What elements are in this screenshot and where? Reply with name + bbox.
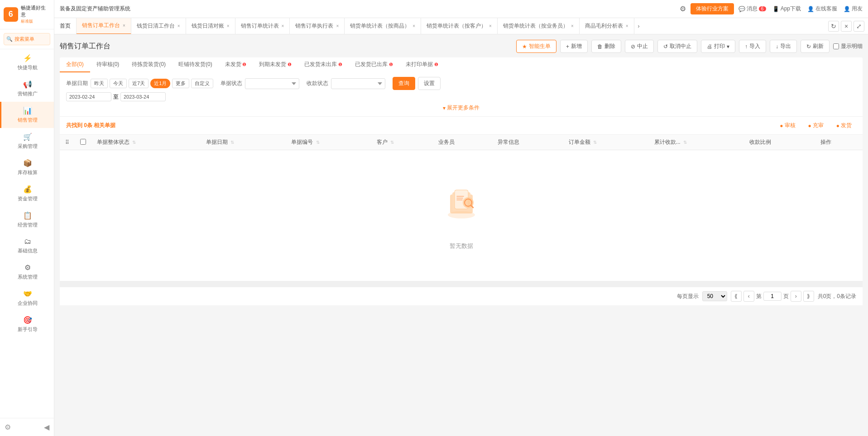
horizontal-scrollbar[interactable] bbox=[60, 281, 863, 287]
collapse-icon[interactable]: ◀ bbox=[44, 423, 49, 431]
refresh-button[interactable]: ↻ 刷新 bbox=[801, 40, 830, 53]
date-btn-近7天[interactable]: 近7天 bbox=[129, 79, 149, 88]
unreviewed-button[interactable]: ● 充审 bbox=[804, 120, 828, 131]
tab-refresh-button[interactable]: ↻ bbox=[828, 21, 839, 32]
sidebar-item-enterprise[interactable]: 🤝企业协同 bbox=[0, 285, 54, 311]
smart-create-button[interactable]: ★ 智能生单 bbox=[516, 40, 556, 53]
tab-close-sales-workbench[interactable]: × bbox=[123, 23, 125, 28]
sidebar-item-operations[interactable]: 📋经营管理 bbox=[0, 207, 54, 233]
tab-more-button[interactable]: › bbox=[634, 18, 643, 34]
filter-tab-label-all: 全部(0) bbox=[66, 61, 84, 67]
sidebar-item-purchase[interactable]: 🛒采购管理 bbox=[0, 128, 54, 154]
tab-cash-reconcile[interactable]: 钱货日清对账× bbox=[186, 18, 235, 34]
tab-label-sales-workbench: 销售订单工作台 bbox=[82, 22, 120, 29]
date-to-input[interactable] bbox=[120, 92, 166, 101]
date-btn-更多[interactable]: 更多 bbox=[172, 79, 189, 88]
sidebar-item-guide[interactable]: 🎯新手引导 bbox=[0, 311, 54, 337]
cancel-stop-button[interactable]: ↺ 取消中止 bbox=[657, 40, 697, 53]
settings-bottom-icon[interactable]: ⚙ bbox=[5, 423, 11, 431]
date-btn-自定义[interactable]: 自定义 bbox=[191, 79, 213, 88]
tab-sales-workbench[interactable]: 销售订单工作台× bbox=[77, 18, 131, 34]
tab-label-cash-reconcile: 钱货日清对账 bbox=[192, 22, 224, 30]
sidebar-item-sales[interactable]: 📊销售管理 bbox=[0, 102, 54, 128]
filter-tab-not-printed[interactable]: 未打印单据 ❶ bbox=[399, 57, 445, 72]
stop-button[interactable]: ⊘ 中止 bbox=[625, 40, 654, 53]
add-button[interactable]: + 新增 bbox=[560, 40, 588, 53]
tab-maximize-button[interactable]: ⤢ bbox=[854, 21, 864, 32]
filter-tab-shipped-out[interactable]: 已发货已出库 ❶ bbox=[349, 57, 399, 72]
tab-close-sales-by-product[interactable]: × bbox=[412, 24, 415, 28]
filter-tab-wangpu-pending[interactable]: 旺铺待发货(0) bbox=[172, 57, 219, 72]
online-service-button[interactable]: 👤 在线客服 bbox=[807, 5, 837, 13]
date-btn-今天[interactable]: 今天 bbox=[110, 79, 127, 88]
tab-close-sales-by-staff[interactable]: × bbox=[571, 24, 574, 28]
export-button[interactable]: ↓ 导出 bbox=[770, 40, 797, 53]
tab-close-all-button[interactable]: × bbox=[841, 21, 852, 32]
sidebar-item-system[interactable]: ⚙系统管理 bbox=[0, 259, 54, 285]
delete-button[interactable]: 🗑 删除 bbox=[591, 40, 621, 53]
th-collected[interactable]: 累计收款... ⇅ bbox=[649, 135, 744, 150]
last-page-button[interactable]: ⟫ bbox=[803, 291, 814, 302]
tab-sales-stats[interactable]: 销售订单统计表× bbox=[235, 18, 290, 34]
status-select[interactable] bbox=[245, 78, 299, 89]
filter-tab-overdue-ship[interactable]: 到期未发货 ❶ bbox=[253, 57, 298, 72]
app-download-button[interactable]: 📱 App下载 bbox=[772, 5, 801, 13]
filter-tab-shipped-not-out[interactable]: 已发货未出库 ❶ bbox=[298, 57, 349, 72]
th-checkbox[interactable] bbox=[75, 135, 91, 150]
filter-tab-all[interactable]: 全部(0) bbox=[60, 57, 90, 72]
page-number-input[interactable] bbox=[763, 292, 782, 301]
th-status[interactable]: 单据整体状态 ⇅ bbox=[91, 135, 201, 150]
th-number[interactable]: 单据编号 ⇅ bbox=[286, 135, 371, 150]
tab-close-gross-margin[interactable]: × bbox=[626, 24, 628, 28]
tab-close-cash-reconcile[interactable]: × bbox=[227, 24, 230, 28]
sidebar-item-basic[interactable]: 🗂基础信息 bbox=[0, 233, 54, 259]
expand-conditions-button[interactable]: ▾ 展开更多条件 bbox=[443, 104, 480, 112]
show-detail-checkbox[interactable] bbox=[833, 43, 839, 49]
tab-home[interactable]: 首页 bbox=[54, 18, 77, 34]
th-date[interactable]: 单据日期 ⇅ bbox=[201, 135, 286, 150]
tab-close-sales-by-customer[interactable]: × bbox=[489, 24, 492, 28]
setup-button[interactable]: 设置 bbox=[418, 77, 441, 90]
next-page-button[interactable]: › bbox=[791, 291, 801, 302]
filter-tabs: 全部(0)待审核(0)待拣货装货(0)旺铺待发货(0)未发货 ❶到期未发货 ❶已… bbox=[60, 57, 863, 72]
sidebar-item-inventory[interactable]: 📦库存核算 bbox=[0, 154, 54, 180]
query-button[interactable]: 查询 bbox=[393, 77, 415, 90]
filter-tab-pending-inspection[interactable]: 待拣货装货(0) bbox=[125, 57, 172, 72]
filter-tab-not-shipped[interactable]: 未发货 ❶ bbox=[219, 57, 253, 72]
industry-solution-button[interactable]: 体验行业方案 bbox=[691, 3, 734, 14]
badge-shipped-not-out: ❶ bbox=[337, 62, 342, 67]
tab-sales-exec[interactable]: 销售订单执行表× bbox=[290, 18, 345, 34]
select-all-checkbox[interactable] bbox=[80, 139, 86, 145]
tab-close-sales-stats[interactable]: × bbox=[282, 24, 284, 28]
user-button[interactable]: 👤 用友 bbox=[844, 5, 863, 13]
first-page-button[interactable]: ⟪ bbox=[731, 291, 742, 302]
tab-sales-by-product[interactable]: 销货单统计表（按商品）× bbox=[345, 18, 421, 34]
sidebar-item-finance[interactable]: 💰资金管理 bbox=[0, 180, 54, 207]
th-amount[interactable]: 订单金额 ⇅ bbox=[563, 135, 649, 150]
tab-close-sales-exec[interactable]: × bbox=[336, 24, 339, 28]
print-button[interactable]: 🖨 打印 ▾ bbox=[701, 40, 735, 53]
prev-page-button[interactable]: ‹ bbox=[743, 291, 754, 302]
sidebar-item-marketing[interactable]: 📢营销推广 bbox=[0, 76, 54, 102]
sidebar-search-button[interactable]: 🔍 搜索菜单 bbox=[4, 33, 50, 45]
date-btn-近1月[interactable]: 近1月 bbox=[150, 79, 170, 88]
review-button[interactable]: ● 审核 bbox=[775, 120, 800, 131]
tab-cash-daily[interactable]: 钱货日清工作台× bbox=[131, 18, 186, 34]
tab-gross-margin[interactable]: 商品毛利分析表× bbox=[580, 18, 634, 34]
sidebar-item-quick-nav[interactable]: ⚡快捷导航 bbox=[0, 49, 54, 76]
tab-sales-by-staff[interactable]: 销货单统计表（按业务员）× bbox=[498, 18, 580, 34]
page-size-select[interactable]: 50 20 100 bbox=[702, 291, 727, 301]
status-label: 单据状态 bbox=[221, 80, 242, 87]
message-button[interactable]: 💬 消息 6 bbox=[739, 5, 766, 13]
date-from-input[interactable] bbox=[66, 92, 111, 101]
th-customer[interactable]: 客户 ⇅ bbox=[371, 135, 433, 150]
import-button[interactable]: ↑ 导入 bbox=[739, 40, 766, 53]
tab-close-cash-daily[interactable]: × bbox=[177, 24, 180, 28]
filter-tab-pending-review[interactable]: 待审核(0) bbox=[90, 57, 126, 72]
payment-select[interactable] bbox=[331, 78, 385, 89]
header-settings-icon[interactable]: ⚙ bbox=[680, 5, 686, 13]
guide-icon: 🎯 bbox=[23, 316, 32, 324]
tab-sales-by-customer[interactable]: 销货单统计表（按客户）× bbox=[421, 18, 498, 34]
ship-button[interactable]: ● 发货 bbox=[832, 120, 856, 131]
date-btn-昨天[interactable]: 昨天 bbox=[91, 79, 108, 88]
